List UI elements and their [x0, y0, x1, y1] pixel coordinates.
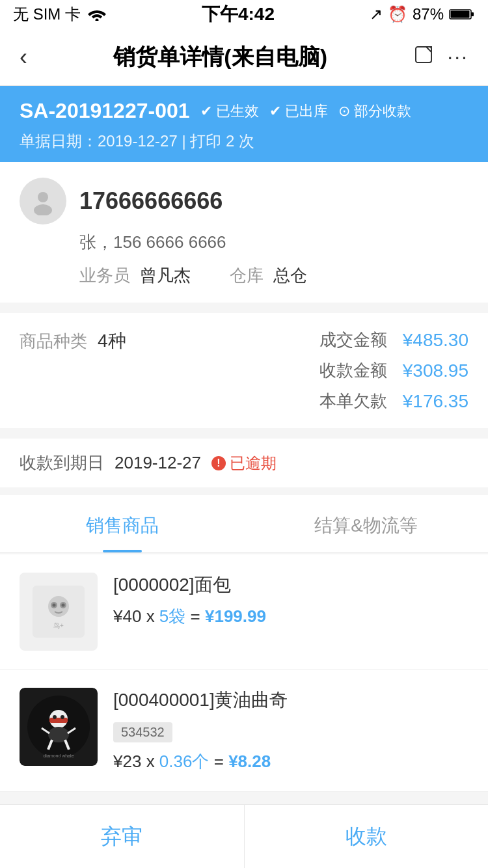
summary-section: 商品种类 4种 成交金额 ¥485.30 收款金额 ¥308.95 本单欠款 ¥… [0, 313, 488, 428]
badge-effective: ✔ 已生效 [200, 102, 259, 121]
battery-icon [449, 8, 475, 21]
tab-settlement[interactable]: 结算&物流等 [244, 495, 488, 552]
svg-point-12 [62, 604, 65, 607]
svg-rect-2 [471, 12, 474, 16]
badge-shipped-label: 已出库 [285, 102, 328, 121]
product-image-1: 鸟+ [20, 573, 98, 651]
receipt-value: ¥308.95 [403, 360, 468, 381]
due-label: 收款到期日 [20, 452, 104, 474]
product-total-1: ¥199.99 [205, 606, 266, 626]
svg-point-17 [53, 715, 57, 719]
svg-point-6 [34, 204, 52, 215]
cancel-label: 弃审 [101, 822, 142, 851]
order-id: SA-20191227-001 [20, 99, 190, 123]
product-item: 鸟+ [0000002]面包 ¥40 x 5袋 = ¥199.99 [0, 554, 488, 670]
product-price-1: ¥40 x 5袋 = ¥199.99 [113, 605, 468, 628]
warehouse-field: 仓库 总仓 [230, 264, 307, 287]
status-time: 下午4:42 [202, 2, 275, 27]
deal-row: 成交金额 ¥485.30 [319, 329, 468, 351]
product-unit-price-2: ¥23 [113, 752, 141, 771]
badge-shipped: ✔ 已出库 [269, 102, 328, 121]
debt-label: 本单欠款 [319, 390, 387, 413]
product-image-2: diamond whale [20, 688, 98, 766]
deal-value: ¥485.30 [403, 330, 468, 351]
wifi-icon [87, 8, 107, 21]
product-name-2: [000400001]黄油曲奇 [113, 688, 468, 712]
badge-effective-label: 已生效 [216, 102, 259, 121]
receipt-row: 收款金额 ¥308.95 [319, 359, 468, 382]
cancel-button[interactable]: 弃审 [0, 805, 245, 868]
customer-id: 17666666666 [79, 187, 223, 215]
customer-name: 张，156 6666 6666 [79, 231, 468, 254]
warehouse-label: 仓库 [230, 265, 264, 285]
svg-point-18 [61, 715, 64, 719]
product-tag-2: 534532 [113, 722, 172, 742]
category-count: 4种 [98, 329, 126, 353]
confirm-label: 收款 [346, 822, 387, 851]
location-icon: ↗ [370, 5, 383, 23]
product-multiply-icon: x [146, 606, 159, 626]
product-item-2: diamond whale [000400001]黄油曲奇 534532 ¥23… [0, 670, 488, 792]
nav-left: ‹ [20, 44, 27, 71]
nav-title: 销货单详情(来自电脑) [113, 42, 327, 72]
badge-partial-label: 部分收款 [354, 102, 411, 121]
header-banner: SA-20191227-001 ✔ 已生效 ✔ 已出库 ⊙ 部分收款 单据日期：… [0, 86, 488, 162]
bottom-bar: 弃审 收款 [0, 804, 488, 868]
due-date: 2019-12-27 [115, 453, 201, 473]
tab-settlement-label: 结算&物流等 [314, 515, 418, 536]
svg-text:diamond whale: diamond whale [43, 753, 74, 758]
back-button[interactable]: ‹ [20, 44, 27, 71]
badge-partial: ⊙ 部分收款 [338, 102, 411, 121]
summary-left: 商品种类 4种 [20, 329, 126, 353]
product-equals-1: = [191, 606, 205, 626]
header-date: 单据日期：2019-12-27 | 打印 2 次 [20, 131, 468, 152]
status-bar: 无 SIM 卡 下午4:42 ↗ ⏰ 87% [0, 0, 488, 29]
deal-label: 成交金额 [319, 329, 387, 351]
tab-sales-products-label: 销售商品 [86, 515, 159, 536]
svg-rect-16 [49, 718, 68, 723]
battery-text: 87% [413, 5, 444, 23]
nav-right: ··· [413, 44, 468, 70]
svg-point-0 [96, 19, 99, 21]
svg-point-5 [38, 192, 48, 202]
product-info-2: [000400001]黄油曲奇 534532 ¥23 x 0.36个 = ¥8.… [113, 688, 468, 773]
salesperson-value: 曾凡杰 [140, 265, 191, 285]
due-section: 收款到期日 2019-12-27 ! 已逾期 [0, 439, 488, 487]
confirm-button[interactable]: 收款 [245, 805, 489, 868]
product-qty-1: 5袋 [159, 606, 185, 626]
overdue-badge: ! 已逾期 [211, 453, 277, 474]
product-multiply-icon-2: x [146, 752, 159, 771]
svg-text:鸟+: 鸟+ [53, 622, 64, 629]
share-icon[interactable] [413, 44, 434, 70]
product-unit-price-1: ¥40 [113, 606, 141, 626]
tabs: 销售商品 结算&物流等 [0, 495, 488, 553]
warehouse-value: 总仓 [273, 265, 307, 285]
product-total-2: ¥8.28 [228, 752, 271, 771]
tab-section: 销售商品 结算&物流等 鸟+ [0, 490, 488, 792]
product-qty-2: 0.36个 [159, 752, 210, 771]
salesperson-field: 业务员 曾凡杰 [79, 264, 191, 287]
svg-point-11 [53, 604, 56, 607]
overdue-dot-icon: ! [211, 456, 226, 470]
tab-sales-products[interactable]: 销售商品 [0, 495, 244, 552]
customer-section: 17666666666 张，156 6666 6666 业务员 曾凡杰 仓库 总… [0, 162, 488, 303]
svg-rect-3 [450, 11, 469, 18]
status-left: 无 SIM 卡 [13, 4, 107, 25]
summary-right: 成交金额 ¥485.30 收款金额 ¥308.95 本单欠款 ¥176.35 [319, 329, 468, 413]
debt-value: ¥176.35 [403, 391, 468, 412]
salesperson-label: 业务员 [79, 265, 130, 285]
overdue-text: 已逾期 [230, 453, 277, 474]
more-icon[interactable]: ··· [447, 45, 468, 69]
category-label: 商品种类 [20, 330, 87, 353]
debt-row: 本单欠款 ¥176.35 [319, 390, 468, 413]
product-list: 鸟+ [0000002]面包 ¥40 x 5袋 = ¥199.99 [0, 554, 488, 792]
status-right: ↗ ⏰ 87% [370, 5, 475, 23]
customer-meta: 业务员 曾凡杰 仓库 总仓 [79, 264, 468, 287]
receipt-label: 收款金额 [319, 359, 387, 382]
product-equals-2: = [214, 752, 228, 771]
product-price-2: ¥23 x 0.36个 = ¥8.28 [113, 750, 468, 773]
avatar [20, 178, 66, 224]
product-info-1: [0000002]面包 ¥40 x 5袋 = ¥199.99 [113, 573, 468, 628]
alarm-icon: ⏰ [388, 5, 407, 23]
signal-text: 无 SIM 卡 [13, 4, 81, 25]
